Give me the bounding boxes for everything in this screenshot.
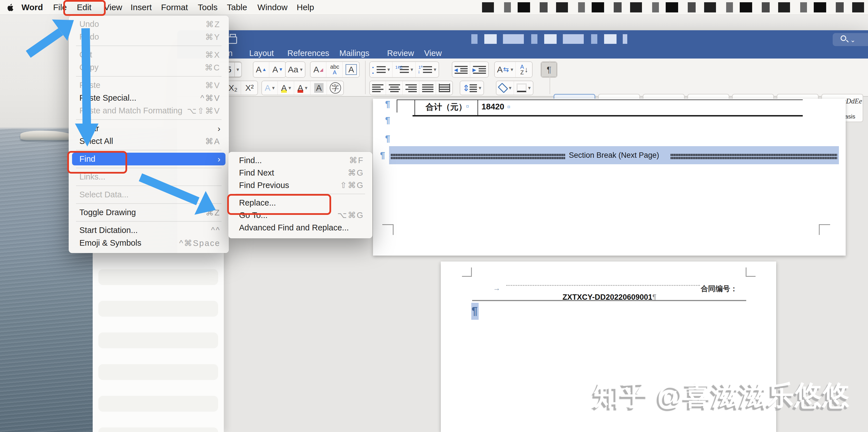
change-case-button[interactable]: Aa ▾ [286, 62, 305, 77]
superscript-icon: X² [245, 83, 254, 93]
text-effects-button[interactable]: A ▾ [262, 81, 278, 95]
annotation-box-replace [227, 194, 331, 215]
menu-item-find-next[interactable]: Find Next⌘G [228, 167, 372, 179]
shrink-font-button[interactable]: A ▼ [270, 62, 286, 77]
grow-font-button[interactable]: A ▲ [253, 62, 269, 77]
apple-menu-icon[interactable] [6, 3, 15, 12]
shading-caret-icon: ▾ [509, 85, 512, 91]
increase-indent-button[interactable] [471, 62, 488, 77]
bullets-button[interactable]: ▾ [370, 62, 393, 77]
menu-label: Insert [130, 3, 152, 12]
shrink-font-icon: A [272, 65, 278, 74]
selected-paragraph-mark[interactable]: ¶ [471, 303, 478, 320]
menu-label: Window [257, 3, 288, 12]
menu-item-find-dialog[interactable]: Find...⌘F [228, 154, 372, 167]
table-column-divider [477, 99, 478, 116]
menu-window[interactable]: Window [257, 0, 288, 15]
decrease-indent-button[interactable] [453, 62, 470, 77]
margin-corner-mark [462, 276, 472, 277]
section-break-selection[interactable]: Section Break (Next Page) [389, 146, 839, 164]
document-page-1[interactable] [373, 99, 846, 256]
menu-item-find-previous[interactable]: Find Previous⇧⌘G [228, 179, 372, 192]
alignment-group [369, 81, 453, 95]
align-right-icon [405, 84, 417, 92]
tab-review[interactable]: Review [387, 48, 414, 59]
borders-icon [517, 84, 526, 92]
menu-help[interactable]: Help [297, 0, 314, 15]
enclose-characters-button[interactable]: 字 [328, 81, 343, 95]
table-border-outer-left [397, 99, 397, 113]
menu-item-cut: Cut⌘X [69, 48, 229, 61]
clear-formatting-button[interactable]: A ◢ [311, 62, 327, 77]
tab-references[interactable]: References [287, 48, 329, 59]
item-label: Clear [80, 124, 99, 133]
menu-item-clear[interactable]: Clear› [69, 122, 229, 135]
item-label: Toggle Drawing [80, 208, 136, 217]
justify-button[interactable] [420, 81, 436, 95]
menu-item-paste: Paste⌘V [69, 79, 229, 92]
menu-view[interactable]: View [104, 0, 122, 15]
margin-corner-mark [382, 224, 394, 225]
line-spacing-group: ⇕ ▾ [460, 81, 484, 95]
shading-button[interactable]: ▾ [496, 81, 514, 95]
superscript-button[interactable]: X² [242, 81, 257, 95]
show-formatting-marks-button[interactable]: ¶ [541, 62, 557, 77]
menu-item-select-all[interactable]: Select All⌘A [69, 135, 229, 148]
item-shortcut: ⌘C [205, 63, 220, 73]
item-label: Advanced Find and Replace... [239, 223, 349, 232]
menu-insert[interactable]: Insert [130, 0, 152, 15]
menu-label: Help [297, 3, 314, 12]
search-caret-icon: ⌄ [850, 36, 855, 44]
distribute-icon [439, 84, 450, 92]
tab-layout[interactable]: Layout [249, 48, 274, 59]
item-label: Find Next [239, 168, 274, 177]
numbering-button[interactable]: ▾ [393, 62, 415, 77]
highlight-color-button[interactable]: A ▾ [278, 81, 294, 95]
tab-mailings[interactable]: Mailings [339, 48, 369, 59]
text-direction-button[interactable]: A ⇆ ▾ [495, 62, 516, 77]
direction-arrows-icon: ⇆ [503, 65, 509, 74]
menu-separator [76, 185, 221, 186]
sort-button[interactable]: A Z ↓ [516, 62, 532, 77]
font-color-button[interactable]: A ▾ [295, 81, 311, 95]
indent-group [452, 61, 489, 78]
direction-caret-icon: ▾ [510, 66, 513, 73]
grow-font-icon: A [256, 65, 261, 74]
menu-item-paste-special[interactable]: Paste Special...^⌘V [69, 92, 229, 104]
item-label: Select All [80, 137, 113, 146]
placeholder-row [98, 428, 218, 432]
borders-button[interactable]: ▾ [515, 81, 533, 95]
character-shading-button[interactable]: A [311, 81, 327, 95]
text-effects-caret-icon: ▾ [272, 85, 275, 91]
menu-item-advanced-find-replace[interactable]: Advanced Find and Replace... [228, 221, 372, 234]
menu-word[interactable]: Word [22, 0, 43, 15]
highlight-icon: A [281, 83, 287, 93]
item-label: Paste Special... [80, 93, 136, 103]
paragraph-mark: ¶ [472, 305, 477, 317]
tab-view[interactable]: View [424, 48, 442, 59]
item-shortcut: ⌘A [205, 137, 220, 146]
dotted-leader [506, 281, 700, 286]
margin-corner-mark [819, 224, 820, 235]
item-shortcut: ^^ [211, 226, 220, 235]
menu-format[interactable]: Format [161, 0, 188, 15]
menu-item-emoji-symbols[interactable]: Emoji & Symbols^⌘Space [69, 237, 229, 249]
menu-item-start-dictation[interactable]: Start Dictation...^^ [69, 224, 229, 237]
ribbon-divider [550, 61, 550, 94]
menu-tools[interactable]: Tools [198, 0, 218, 15]
align-center-button[interactable] [386, 81, 403, 95]
character-border-button[interactable]: A [343, 62, 359, 77]
multilevel-list-button[interactable]: ▾ [416, 62, 438, 77]
menu-item-toggle-drawing[interactable]: Toggle Drawing^⌘Z [69, 206, 229, 219]
phonetic-guide-button[interactable]: abc A [327, 62, 343, 77]
align-left-button[interactable] [370, 81, 386, 95]
distribute-button[interactable] [437, 81, 453, 95]
line-spacing-button[interactable]: ⇕ ▾ [460, 81, 484, 95]
menu-table[interactable]: Table [227, 0, 247, 15]
align-right-button[interactable] [403, 81, 419, 95]
search-button[interactable]: ⌄ [833, 33, 868, 46]
header-underline [472, 300, 746, 301]
shading-borders-group: ▾ ▾ [496, 81, 533, 95]
redacted-document-title [471, 34, 627, 44]
align-center-icon [389, 84, 400, 92]
